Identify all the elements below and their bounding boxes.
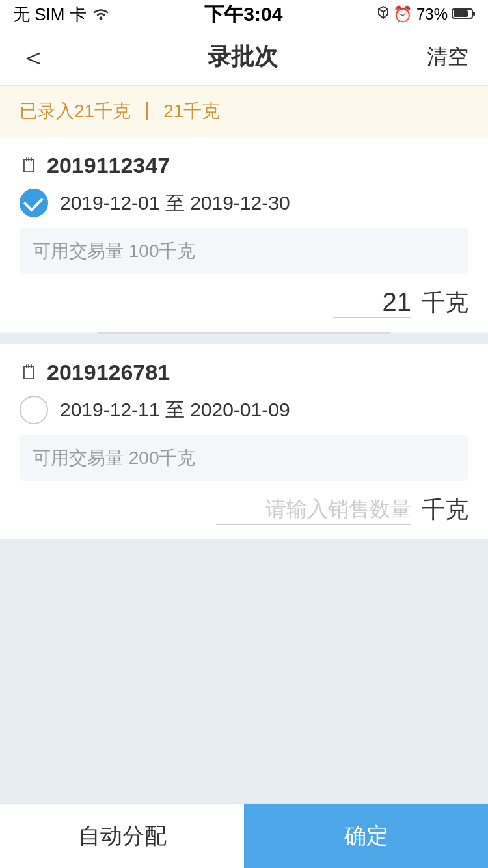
content-area: 🗒 2019112347 2019-12-01 至 2019-12-30 可用交… xyxy=(0,137,488,868)
status-bar: 无 SIM 卡 下午3:04 ⏰ 73% xyxy=(0,0,488,29)
clear-button[interactable]: 清空 xyxy=(427,43,468,72)
back-button[interactable]: ＜ xyxy=(20,39,59,75)
bottom-bar: 自动分配 确定 xyxy=(0,803,488,868)
status-right: ⏰ 73% xyxy=(377,5,475,23)
section-divider xyxy=(0,334,488,344)
batch-date-row-2[interactable]: 2019-12-11 至 2020-01-09 xyxy=(20,396,468,424)
svg-rect-2 xyxy=(473,12,475,16)
radio-2[interactable] xyxy=(20,396,48,424)
batch-icon-1: 🗒 xyxy=(20,155,39,177)
qty-unit-1: 千克 xyxy=(422,287,468,319)
batch-header-1: 🗒 2019112347 xyxy=(20,153,468,178)
qty-row-1[interactable]: 21 千克 xyxy=(0,274,488,332)
svg-rect-3 xyxy=(454,10,468,17)
radio-1[interactable] xyxy=(20,189,48,217)
batch-header-2: 🗒 2019126781 xyxy=(20,360,468,385)
status-time: 下午3:04 xyxy=(204,1,282,28)
battery-text: 73% xyxy=(416,5,448,23)
svg-point-0 xyxy=(99,16,102,20)
alarm-icon: ⏰ xyxy=(393,5,413,23)
qty-value-1[interactable]: 21 xyxy=(383,288,412,316)
batch-qty-box-1: 可用交易量 100千克 xyxy=(20,228,468,274)
batch-date-row-1[interactable]: 2019-12-01 至 2019-12-30 xyxy=(20,189,468,217)
sim-label: 无 SIM 卡 xyxy=(13,3,87,26)
location-icon xyxy=(377,5,389,23)
qty-input-2[interactable]: 请输入销售数量 xyxy=(216,495,411,525)
nav-bar: ＜ 录批次 清空 xyxy=(0,29,488,86)
qty-unit-2: 千克 xyxy=(422,494,468,526)
qty-input-1[interactable]: 21 xyxy=(333,288,411,318)
batch-qty-1: 可用交易量 100千克 xyxy=(33,241,196,261)
qty-row-2[interactable]: 请输入销售数量 千克 xyxy=(0,481,488,539)
auto-assign-button[interactable]: 自动分配 xyxy=(0,804,244,868)
confirm-button[interactable]: 确定 xyxy=(244,804,488,868)
batch-item-1: 🗒 2019112347 2019-12-01 至 2019-12-30 可用交… xyxy=(0,137,488,274)
battery-icon xyxy=(452,5,475,23)
batch-date-1: 2019-12-01 至 2019-12-30 xyxy=(60,190,290,217)
page-title: 录批次 xyxy=(208,41,278,73)
qty-placeholder-2[interactable]: 请输入销售数量 xyxy=(265,497,411,521)
wifi-icon xyxy=(92,5,110,25)
recorded-value: 21千克 xyxy=(163,99,220,124)
info-banner: 已录入21千克 21千克 xyxy=(0,86,488,137)
batch-id-1: 2019112347 xyxy=(47,153,170,178)
batch-qty-2: 可用交易量 200千克 xyxy=(33,448,196,468)
batch-date-2: 2019-12-11 至 2020-01-09 xyxy=(60,397,290,424)
recorded-label: 已录入21千克 xyxy=(20,99,131,124)
batch-qty-box-2: 可用交易量 200千克 xyxy=(20,435,468,481)
batch-item-2: 🗒 2019126781 2019-12-11 至 2020-01-09 可用交… xyxy=(0,344,488,481)
info-divider xyxy=(146,102,148,120)
status-left: 无 SIM 卡 xyxy=(13,3,110,26)
batch-id-2: 2019126781 xyxy=(47,360,170,385)
batch-icon-2: 🗒 xyxy=(20,362,39,384)
